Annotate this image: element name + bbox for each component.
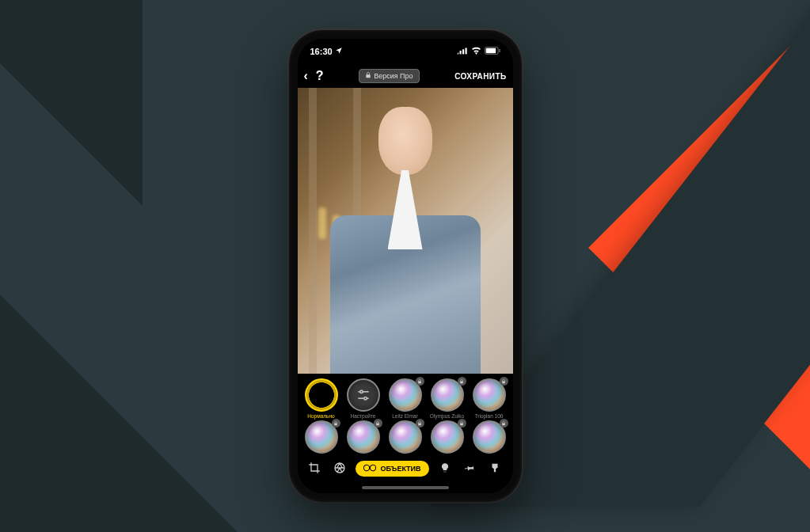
lens-thumbnail: [305, 378, 338, 412]
light-button[interactable]: [435, 462, 454, 477]
lens-label: Trioplan 100: [475, 413, 504, 419]
nav-bar: ‹ ? Версия Про СОХРАНИТЬ: [298, 64, 513, 88]
aperture-button[interactable]: [330, 462, 349, 477]
lens-option[interactable]: Leitz Elmar: [386, 378, 424, 419]
svg-point-13: [371, 465, 376, 470]
lens-option[interactable]: Настройте: [344, 378, 382, 419]
crop-button[interactable]: [305, 462, 324, 477]
wifi-icon: [471, 47, 481, 56]
pro-version-button[interactable]: Версия Про: [359, 69, 419, 83]
lens-option[interactable]: [344, 420, 382, 454]
bg-shape: [0, 0, 143, 206]
lens-option[interactable]: [428, 420, 466, 454]
battery-icon: [485, 47, 500, 56]
lock-icon: [500, 419, 508, 428]
lens-label: Leitz Elmar: [392, 413, 418, 419]
lock-icon: [458, 419, 466, 428]
pin-button[interactable]: [461, 462, 480, 477]
lock-icon: [332, 419, 340, 428]
phone-screen: 16:30 ‹ ?: [298, 39, 513, 493]
bottom-toolbar: ОБЪЕКТИВ: [298, 455, 513, 482]
lens-row-2: [302, 420, 508, 454]
svg-rect-3: [465, 48, 466, 55]
svg-rect-5: [485, 48, 495, 54]
lens-mode-label: ОБЪЕКТИВ: [380, 465, 420, 473]
lens-thumbnail: [347, 378, 380, 412]
lens-option[interactable]: Olympus Zuiko: [428, 378, 466, 419]
svg-rect-1: [459, 51, 461, 54]
lock-icon: [416, 419, 424, 428]
lens-panel: НормальноНастройтеLeitz ElmarOlympus Zui…: [298, 374, 513, 455]
brush-button[interactable]: [485, 462, 504, 477]
lens-label: Olympus Zuiko: [430, 413, 464, 419]
svg-point-12: [364, 465, 370, 470]
home-indicator-area: [298, 482, 513, 493]
phone-mockup: 16:30 ‹ ?: [289, 30, 522, 502]
lens-mode-button[interactable]: ОБЪЕКТИВ: [356, 461, 428, 477]
help-button[interactable]: ?: [316, 69, 324, 83]
svg-point-8: [359, 390, 362, 393]
pro-label: Версия Про: [374, 72, 413, 80]
lens-row-1: НормальноНастройтеLeitz ElmarOlympus Zui…: [302, 378, 508, 419]
lock-icon: [458, 377, 466, 386]
lock-icon: [365, 72, 371, 80]
lens-option[interactable]: Нормально: [302, 378, 340, 419]
location-icon: [335, 47, 343, 56]
bg-shape: [0, 247, 285, 532]
svg-point-10: [363, 397, 366, 400]
home-indicator[interactable]: [362, 486, 449, 489]
lock-icon: [374, 419, 382, 428]
lens-option[interactable]: [302, 420, 340, 454]
save-button[interactable]: СОХРАНИТЬ: [454, 72, 506, 81]
lens-option[interactable]: [386, 420, 424, 454]
lens-option[interactable]: Trioplan 100: [470, 378, 508, 419]
lens-label: Настройте: [351, 413, 376, 419]
lens-label: Нормально: [307, 413, 334, 419]
back-button[interactable]: ‹: [304, 69, 308, 83]
phone-notch: [350, 39, 461, 58]
svg-rect-6: [499, 49, 500, 52]
lock-icon: [416, 377, 424, 386]
photo-preview[interactable]: [298, 88, 513, 374]
status-time: 16:30: [310, 47, 333, 56]
lens-option[interactable]: [470, 420, 508, 454]
lock-icon: [500, 377, 508, 386]
lens-icon: [363, 464, 376, 473]
svg-rect-2: [462, 49, 464, 54]
